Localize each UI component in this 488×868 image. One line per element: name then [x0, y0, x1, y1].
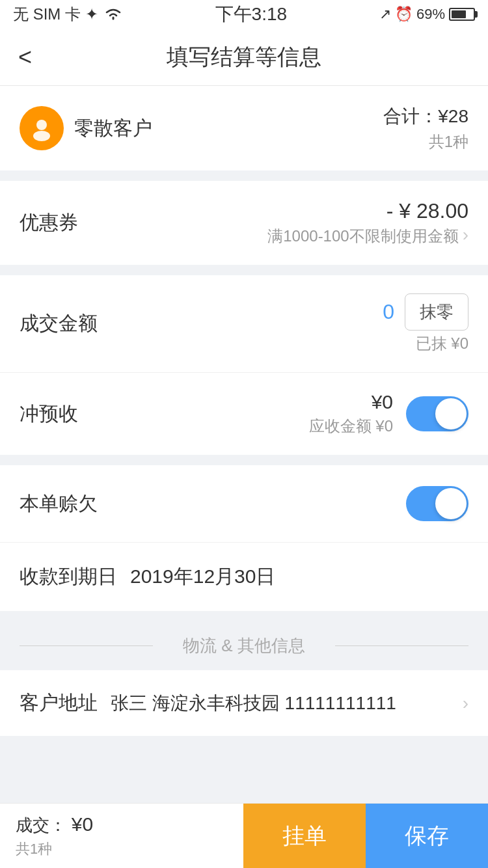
back-button[interactable]: <: [18, 44, 32, 71]
logistics-label: 物流 & 其他信息: [183, 634, 305, 657]
prepay-toggle[interactable]: [406, 396, 468, 431]
coupon-desc: 满1000-100不限制使用金额: [267, 226, 458, 247]
sim-label: 无 SIM 卡 ✦: [13, 4, 98, 25]
address-value: 张三 海淀永丰科技园 11111111111: [111, 691, 463, 716]
customer-row: 零散客户 合计：¥28 共1种: [0, 86, 488, 170]
toggle-knob: [435, 398, 467, 429]
logistics-separator: 物流 & 其他信息: [0, 621, 488, 670]
middle-section: 成交金额 0 抹零 已抹 ¥0 冲预收 ¥0 应收金额 ¥0: [0, 275, 488, 455]
address-chevron-icon: ›: [463, 693, 468, 714]
address-section: 客户地址 张三 海淀永丰科技园 11111111111 ›: [0, 670, 488, 736]
hang-single-button[interactable]: 挂单: [243, 804, 366, 868]
coupon-label: 优惠券: [20, 210, 78, 236]
prepay-sub: 应收金额 ¥0: [309, 416, 393, 437]
bottom-count: 共1种: [16, 839, 228, 859]
nav-bar: < 填写结算等信息: [0, 29, 488, 86]
bottom-deal-amount: ¥0: [72, 813, 93, 835]
bottom-info: 成交： ¥0 共1种: [0, 804, 243, 868]
status-right: ↗ ⏰ 69%: [379, 6, 475, 23]
transaction-sub: 已抹 ¥0: [383, 333, 468, 354]
bottom-deal-row: 成交： ¥0: [16, 813, 228, 837]
coupon-right: - ¥ 28.00 满1000-100不限制使用金额 ›: [267, 199, 468, 247]
round-zero-button[interactable]: 抹零: [405, 293, 468, 331]
coupon-discount: - ¥ 28.00: [267, 199, 468, 223]
prepay-row: 冲预收 ¥0 应收金额 ¥0: [0, 373, 488, 455]
total-amount: 合计：¥28: [383, 104, 468, 129]
prepay-amount: ¥0: [309, 391, 393, 413]
debt-label: 本单赊欠: [20, 491, 98, 517]
debt-section: 本单赊欠 收款到期日 2019年12月30日: [0, 465, 488, 611]
due-date-label: 收款到期日: [20, 563, 117, 590]
due-date-value: 2019年12月30日: [130, 563, 275, 590]
prepay-label: 冲预收: [20, 401, 78, 427]
battery-percent: 69%: [416, 6, 445, 23]
address-row[interactable]: 客户地址 张三 海淀永丰科技园 11111111111 ›: [0, 670, 488, 736]
customer-left: 零散客户: [20, 106, 152, 150]
avatar: [20, 106, 64, 150]
wifi-icon: [103, 7, 123, 21]
transaction-right: 0 抹零: [383, 293, 468, 331]
page-title: 填写结算等信息: [167, 42, 321, 72]
save-button[interactable]: 保存: [366, 804, 488, 868]
coupon-row[interactable]: 优惠券 - ¥ 28.00 满1000-100不限制使用金额 ›: [0, 181, 488, 265]
debt-toggle[interactable]: [406, 486, 468, 521]
alarm-icon: ⏰: [395, 6, 413, 23]
total-count: 共1种: [383, 131, 468, 152]
svg-point-0: [36, 120, 47, 130]
status-bar: 无 SIM 卡 ✦ 下午3:18 ↗ ⏰ 69%: [0, 0, 488, 29]
status-time: 下午3:18: [215, 2, 288, 27]
location-icon: ↗: [379, 6, 391, 23]
customer-right: 合计：¥28 共1种: [383, 104, 468, 152]
battery-icon: [449, 8, 475, 21]
transaction-value: 0: [383, 300, 394, 324]
bottom-bar: 成交： ¥0 共1种 挂单 保存: [0, 803, 488, 868]
svg-point-1: [33, 131, 50, 141]
debt-row: 本单赊欠: [0, 465, 488, 543]
coupon-chevron-icon: ›: [463, 224, 468, 245]
due-date-row: 收款到期日 2019年12月30日: [0, 543, 488, 611]
transaction-label: 成交金额: [20, 310, 98, 337]
address-label: 客户地址: [20, 690, 98, 716]
customer-name: 零散客户: [74, 115, 152, 142]
bottom-deal-label: 成交：: [16, 815, 66, 835]
debt-toggle-knob: [435, 488, 467, 519]
status-left: 无 SIM 卡 ✦: [13, 4, 123, 25]
transaction-row: 成交金额 0 抹零 已抹 ¥0: [0, 275, 488, 373]
